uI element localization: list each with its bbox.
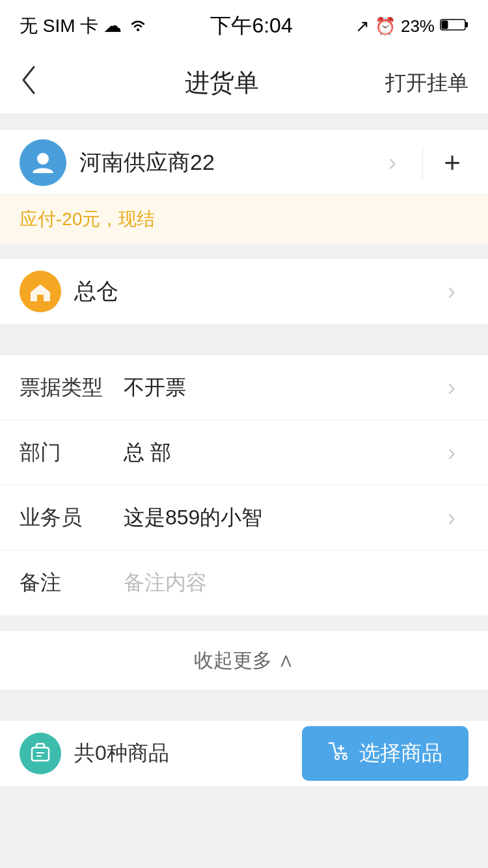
supplier-divider [422,146,423,179]
section-gap-1 [0,115,488,130]
svg-point-0 [137,29,139,31]
content-area [0,786,488,868]
invoice-type-label: 票据类型 [20,373,111,402]
svg-point-10 [343,755,347,759]
warehouse-icon [20,271,61,312]
salesperson-value: 这是859的小智 [124,504,448,532]
select-product-label: 选择商品 [359,739,442,768]
notice-bar: 应付-20元，现结 [0,195,488,243]
select-product-button[interactable]: 选择商品 [302,726,468,781]
department-row[interactable]: 部门 总 部 › [0,420,488,485]
section-gap-3 [0,690,488,705]
product-count: 共0种商品 [74,739,302,768]
product-icon [20,733,61,774]
supplier-chevron-icon: › [388,149,396,176]
battery-icon [440,16,468,36]
svg-rect-3 [441,20,448,29]
form-section: 票据类型 不开票 › 部门 总 部 › 业务员 这是859的小智 › 备注 备注… [0,355,488,616]
collapse-label: 收起更多 ∧ [194,647,293,674]
department-label: 部门 [20,439,111,467]
invoice-type-chevron-icon: › [448,374,455,401]
status-right: ↗ ⏰ 23% [355,16,468,36]
select-product-icon [328,740,351,766]
supplier-avatar [20,139,66,186]
alarm-icon: ⏰ [375,16,396,36]
supplier-name: 河南供应商22 [79,148,388,178]
section-gap-2 [0,324,488,340]
nav-bar: 进货单 打开挂单 [0,52,488,115]
svg-point-4 [37,153,49,165]
department-value: 总 部 [124,439,448,467]
invoice-type-value: 不开票 [124,373,448,402]
svg-rect-6 [32,748,49,761]
salesperson-row[interactable]: 业务员 这是859的小智 › [0,485,488,550]
status-left: 无 SIM 卡 ☁ [20,14,148,38]
supplier-section: 河南供应商22 › + 应付-20元，现结 [0,130,488,243]
location-icon: ↗ [355,16,370,36]
sim-status: 无 SIM 卡 ☁ [20,14,122,38]
warehouse-section: 总仓 › [0,259,488,324]
salesperson-chevron-icon: › [448,504,455,532]
open-pending-button[interactable]: 打开挂单 [385,69,468,98]
svg-rect-5 [37,295,44,301]
status-time: 下午6:04 [210,12,292,40]
remark-label: 备注 [20,569,111,597]
page-title: 进货单 [185,66,259,100]
svg-rect-2 [465,22,468,27]
collapse-section[interactable]: 收起更多 ∧ [0,631,488,690]
supplier-row[interactable]: 河南供应商22 › + [0,130,488,195]
department-chevron-icon: › [448,439,455,467]
warehouse-row[interactable]: 总仓 › [0,259,488,324]
remark-input[interactable]: 备注内容 [124,569,468,597]
remark-row[interactable]: 备注 备注内容 [0,550,488,616]
warehouse-chevron-icon: › [448,278,455,305]
warehouse-name: 总仓 [74,277,448,306]
notice-text: 应付-20元，现结 [20,209,155,229]
invoice-type-row[interactable]: 票据类型 不开票 › [0,355,488,420]
battery-text: 23% [401,16,435,36]
svg-point-9 [335,755,339,759]
bottom-bar: 共0种商品 选择商品 [0,721,488,786]
add-supplier-button[interactable]: + [436,146,468,179]
back-button[interactable] [20,64,59,102]
status-bar: 无 SIM 卡 ☁ 下午6:04 ↗ ⏰ 23% [0,0,488,52]
wifi-icon [128,16,148,36]
salesperson-label: 业务员 [20,504,111,532]
